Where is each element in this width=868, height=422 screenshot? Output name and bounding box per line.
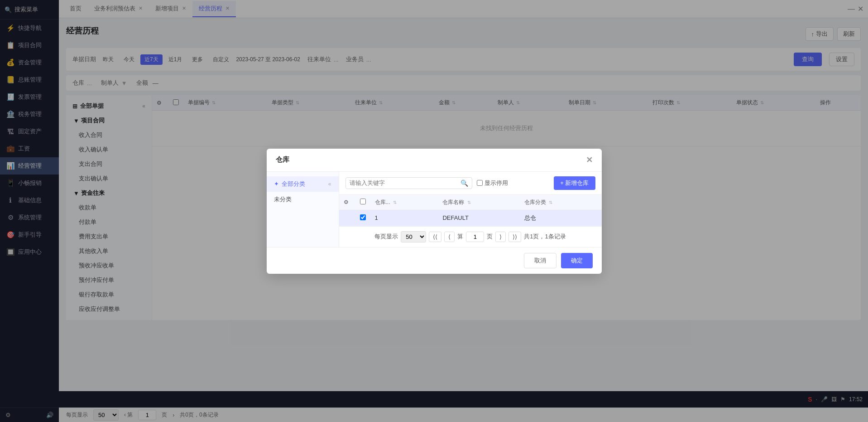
row-code-cell: DEFAULT	[438, 210, 520, 226]
modal-overlay[interactable]: 仓库 ✕ ✦ 全部分类 « 未分类	[0, 0, 868, 422]
show-disabled-checkbox-label[interactable]: 显示停用	[477, 179, 508, 187]
modal-left-all-categories[interactable]: ✦ 全部分类 «	[267, 176, 339, 192]
modal-checkbox-col[interactable]	[355, 195, 370, 210]
modal-select-all[interactable]	[360, 199, 366, 204]
modal-first-page-btn[interactable]: ⟨⟨	[429, 232, 441, 242]
row-checkbox-cell[interactable]	[355, 210, 370, 226]
row-id-cell: 1	[370, 210, 438, 226]
row-name-cell: 总仓	[520, 210, 602, 226]
modal-right-panel: 🔍 显示停用 + 新增仓库 ⚙	[339, 172, 602, 247]
modal-settings-col[interactable]: ⚙	[339, 195, 355, 210]
cancel-button[interactable]: 取消	[524, 253, 556, 268]
modal-left-panel: ✦ 全部分类 « 未分类	[267, 172, 339, 247]
modal-next-page-btn[interactable]: ⟩	[495, 232, 506, 242]
modal-page-input[interactable]	[466, 232, 484, 242]
star-icon: ✦	[274, 180, 279, 187]
uncategorized-label: 未分类	[274, 195, 292, 204]
modal-table-container: ⚙ 仓库... ⇅ 仓库名称 ⇅ 仓库分类 ⇅	[339, 195, 602, 226]
modal-data-table: ⚙ 仓库... ⇅ 仓库名称 ⇅ 仓库分类 ⇅	[339, 195, 602, 226]
modal-left-uncategorized[interactable]: 未分类	[267, 192, 339, 207]
all-categories-label: 全部分类	[282, 180, 305, 188]
modal-close-button[interactable]: ✕	[586, 155, 593, 165]
modal-page-size-select[interactable]: 50 100	[401, 231, 426, 243]
modal-header: 仓库 ✕	[267, 149, 602, 172]
modal-page-size-label: 每页显示	[374, 233, 398, 241]
modal-col-name[interactable]: 仓库名称 ⇅	[438, 195, 520, 210]
modal-body: ✦ 全部分类 « 未分类 🔍 显示停用	[267, 172, 602, 247]
modal-pagination: 每页显示 50 100 ⟨⟨ ⟨ 算 页 ⟩ ⟩⟩ 共1页，1条记录	[339, 226, 602, 247]
modal-page-label: 页	[487, 233, 493, 241]
row-checkbox[interactable]	[360, 214, 366, 220]
modal-toolbar: 🔍 显示停用 + 新增仓库	[339, 172, 602, 195]
modal-total-info: 共1页，1条记录	[524, 233, 566, 241]
show-disabled-checkbox[interactable]	[477, 180, 483, 186]
modal-last-page-btn[interactable]: ⟩⟩	[508, 232, 521, 242]
modal-search-wrapper: 🔍	[345, 177, 472, 189]
modal-col-category[interactable]: 仓库分类 ⇅	[520, 195, 602, 210]
modal-collapse-btn[interactable]: «	[328, 181, 331, 187]
modal-page-go-label: 算	[457, 233, 463, 241]
row-settings-cell	[339, 210, 355, 226]
show-disabled-label: 显示停用	[484, 179, 508, 187]
modal-title: 仓库	[276, 155, 289, 164]
confirm-button[interactable]: 确定	[561, 253, 593, 268]
modal-search-icon: 🔍	[460, 179, 468, 187]
modal-prev-page-btn[interactable]: ⟨	[444, 232, 455, 242]
add-warehouse-button[interactable]: + 新增仓库	[554, 176, 595, 190]
modal-search-input[interactable]	[350, 179, 460, 186]
warehouse-modal: 仓库 ✕ ✦ 全部分类 « 未分类	[267, 149, 602, 274]
modal-col-id[interactable]: 仓库... ⇅	[370, 195, 438, 210]
table-row[interactable]: 1 DEFAULT 总仓	[339, 210, 602, 226]
modal-footer: 取消 确定	[267, 247, 602, 274]
